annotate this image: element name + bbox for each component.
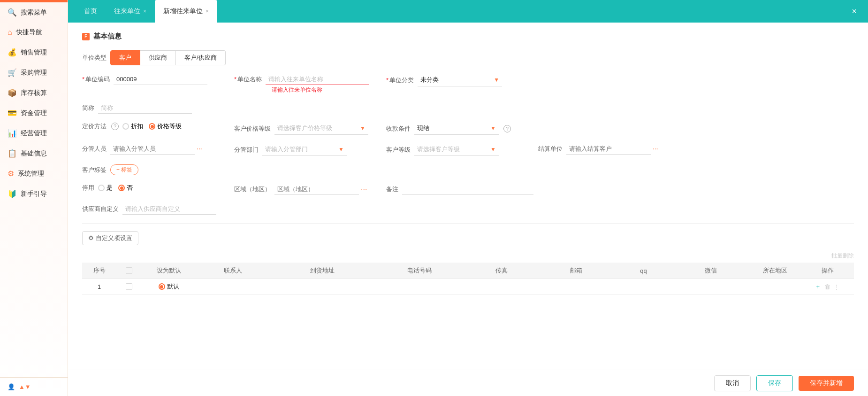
sidebar-item-inventory[interactable]: 📦 库存核算 [0,83,68,103]
sidebar-user[interactable]: 👤 ▲▼ [0,377,68,396]
cell-contact[interactable] [196,279,270,295]
remark-input[interactable] [402,184,533,195]
tab-new-partner[interactable]: 新增往来单位 × [155,0,217,23]
payment-help-icon[interactable]: ? [503,125,511,132]
tab-home[interactable]: 首页 [76,0,106,23]
region-input[interactable] [274,184,359,194]
save-button[interactable]: 保存 [756,375,793,391]
add-tag-button[interactable]: + 标签 [110,164,138,175]
sidebar-item-quick-nav[interactable]: ⌂ 快捷导航 [0,23,68,42]
tab-partner[interactable]: 往来单位 × [106,0,155,23]
tabbar-close-all[interactable]: × [848,5,860,18]
pricing-price-level-radio[interactable] [149,123,155,130]
pricing-price-level[interactable]: 价格等级 [149,122,182,131]
abbreviation-input[interactable] [98,102,192,114]
cell-wechat[interactable] [673,279,748,295]
qq-input[interactable] [630,283,658,290]
col-wechat: 微信 [673,263,748,279]
region-dots[interactable]: ··· [359,185,369,194]
contact-input[interactable] [214,283,251,290]
department-placeholder: 请输入分管部门 [265,145,308,154]
save-add-button[interactable]: 保存并新增 [799,376,854,391]
pricing-row: 定价方法 ? 折扣 价格等级 客户价格等级 请选择客户价格等级 [82,122,854,135]
customer-tag-row: 客户标签 + 标签 [82,164,854,175]
settlement-unit-label: 结算单位 [538,145,563,153]
cell-qq[interactable] [614,279,673,295]
disabled-no[interactable]: 否 [118,184,133,192]
manager-dots[interactable]: ··· [195,145,205,153]
abbreviation-row: 简称 [82,102,854,114]
payment-terms-value: 现结 [417,124,429,132]
remark-label: 备注 [386,185,398,194]
sidebar-item-finance[interactable]: 💳 资金管理 [0,103,68,123]
sidebar-item-guide[interactable]: 🔰 新手引导 [0,184,68,204]
pricing-price-level-label: 价格等级 [157,122,182,131]
sidebar-item-search[interactable]: 🔍 搜索菜单 [0,2,68,23]
unit-category-label: 单位分类 [386,76,414,85]
settlement-unit-dots[interactable]: ··· [651,145,661,153]
pricing-help-icon[interactable]: ? [111,123,119,130]
unit-code-group: 单位编码 [82,74,223,85]
header-checkbox[interactable] [126,267,132,274]
tab-new-partner-close[interactable]: × [206,8,209,15]
batch-delete-button[interactable]: 批量删除 [831,252,854,259]
cell-phone[interactable] [375,279,464,295]
phone-input[interactable] [396,283,443,290]
row-delete-btn[interactable]: 🗑 [824,283,830,290]
unit-name-input[interactable] [266,74,369,85]
default-radio-item[interactable]: 默认 [146,282,191,291]
wechat-input[interactable] [692,283,730,290]
unit-btn-both[interactable]: 客户/供应商 [176,50,226,65]
cell-address[interactable] [270,279,375,295]
sidebar-item-purchase[interactable]: 🛒 采购管理 [0,62,68,83]
sidebar-item-label: 快捷导航 [16,28,42,37]
col-address: 到货地址 [270,263,375,279]
row-add-btn[interactable]: + [816,283,820,290]
purchase-icon: 🛒 [8,68,17,77]
row-drag-btn[interactable]: ⋮ [834,284,839,290]
abbreviation-label: 简称 [82,104,94,112]
customer-level-placeholder: 请选择客户等级 [417,145,460,154]
unit-btn-customer[interactable]: 客户 [110,50,140,65]
address-input[interactable] [294,283,350,290]
email-input[interactable] [557,283,595,290]
pricing-discount[interactable]: 折扣 [122,122,143,131]
department-select[interactable]: 请输入分管部门 ▼ [262,143,347,156]
disabled-yes[interactable]: 是 [98,184,113,192]
cell-email[interactable] [539,279,614,295]
supplier-custom-input[interactable] [122,203,216,215]
disabled-no-radio[interactable] [118,185,125,191]
payment-terms-select[interactable]: 现结 ▼ [414,122,499,135]
unit-category-value: 未分类 [420,76,439,84]
cancel-button[interactable]: 取消 [714,375,751,391]
unit-category-select[interactable]: 未分类 ▼ [418,74,502,86]
default-radio[interactable] [159,283,165,290]
sidebar-item-operations[interactable]: 📊 经营管理 [0,123,68,143]
unit-btn-supplier[interactable]: 供应商 [140,50,176,65]
region-label: 区域（地区） [234,185,271,194]
pricing-discount-radio[interactable] [122,123,129,130]
settlement-unit-input-wrap: ··· [566,143,651,155]
tab-partner-close[interactable]: × [143,8,146,15]
customer-price-level-group: 客户价格等级 请选择客户价格等级 ▼ [234,122,375,135]
section-title: 基本信息 [93,32,122,41]
customer-price-level-select[interactable]: 请选择客户价格等级 ▼ [274,122,368,135]
custom-settings-button[interactable]: ⚙ 自定义项设置 [82,231,138,245]
customer-price-level-placeholder: 请选择客户价格等级 [277,124,332,132]
sidebar-item-basic-info[interactable]: 📋 基础信息 [0,143,68,163]
customer-price-level-arrow: ▼ [360,125,365,132]
customer-level-select[interactable]: 请选择客户等级 ▼ [414,143,499,156]
sidebar-item-label: 销售管理 [21,48,47,57]
sidebar-item-sales[interactable]: 💰 销售管理 [0,42,68,62]
manager-input[interactable] [110,143,195,154]
fax-input[interactable] [483,283,520,290]
unit-type-buttons: 客户 供应商 客户/供应商 [110,50,226,65]
row-checkbox[interactable] [126,283,132,290]
cell-fax[interactable] [464,279,539,295]
customer-tag-group: 客户标签 + 标签 [82,164,223,175]
unit-code-input[interactable] [114,74,207,85]
cell-seq: 1 [82,279,116,295]
settlement-unit-input[interactable] [566,143,651,154]
sidebar-item-system[interactable]: ⚙ 系统管理 [0,163,68,184]
disabled-yes-radio[interactable] [98,185,105,191]
